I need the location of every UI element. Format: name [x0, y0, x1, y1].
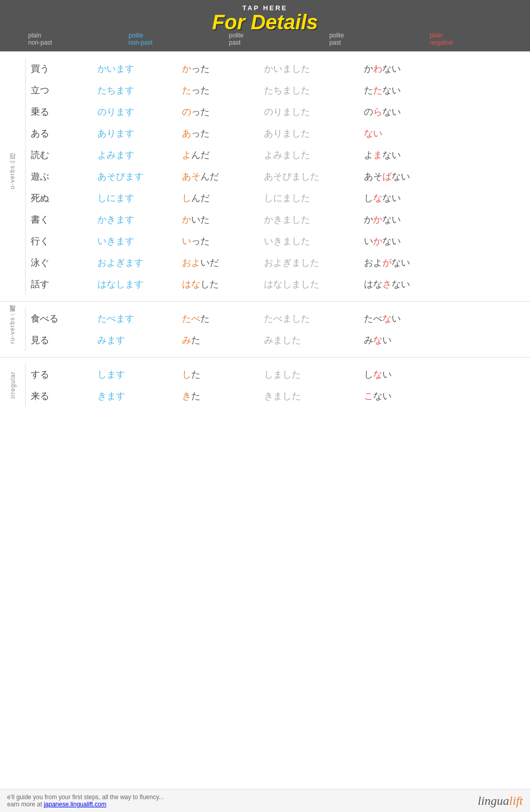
plain-past-form: たった [182, 84, 264, 96]
col-header-plain: plain non-past [28, 32, 129, 46]
polite-form: しにます [97, 192, 182, 204]
col-pp-label-bottom: past [229, 39, 330, 46]
table-row: 見る みます みた みました みない [26, 329, 530, 351]
plain-neg-form: こない [364, 390, 436, 402]
polite-past-form: はなしました [264, 278, 364, 290]
polite-past-form: いきました [264, 235, 364, 247]
section-ru-verbs: ru-verbs（五段） 食べる たべます たべた たべました たべない 見る … [0, 301, 530, 357]
ru-verbs-rows: 食べる たべます たべた たべました たべない 見る みます みた みました み… [26, 308, 530, 351]
table-row: 乗る のります のった のりました のらない [26, 101, 530, 123]
col-plain-label-bottom: non-past [28, 39, 129, 46]
polite-past-form: しにました [264, 192, 364, 204]
polite-form: はなします [97, 278, 182, 290]
footer-link[interactable]: japanese.lingualift.com [44, 801, 106, 808]
table-row: 食べる たべます たべた たべました たべない [26, 308, 530, 329]
polite-past-form: きました [264, 390, 364, 402]
col-polite-label-bottom: non-past [129, 39, 229, 46]
plain-past-form: しんだ [182, 192, 264, 204]
table-row: 死ぬ しにます しんだ しにました しなない [26, 187, 530, 209]
plain-past-form: きた [182, 390, 264, 402]
plain-form: 死ぬ [31, 192, 97, 204]
u-verbs-rows: 買う かいます かった かいました かわない 立つ たちます たった たちました… [26, 58, 530, 295]
plain-form: 食べる [31, 312, 97, 325]
plain-form: ある [31, 127, 97, 140]
plain-neg-form: みない [364, 334, 436, 346]
polite-past-form: のりました [264, 106, 364, 118]
plain-neg-form: かかない [364, 213, 436, 226]
table-row: 来る きます きた きました こない [26, 385, 530, 407]
plain-form: 書く [31, 213, 97, 226]
polite-form: よみます [97, 149, 182, 161]
table-row: 書く かきます かいた かきました かかない [26, 209, 530, 230]
plain-form: 見る [31, 334, 97, 346]
plain-past-form: のった [182, 106, 264, 118]
col-header-polite: polite non-past [129, 32, 229, 46]
plain-neg-form: いかない [364, 235, 436, 247]
plain-form: 乗る [31, 106, 97, 118]
plain-past-form: かった [182, 63, 264, 75]
plain-form: 読む [31, 149, 97, 161]
polite-form: いきます [97, 235, 182, 247]
plain-past-form: たべた [182, 312, 264, 325]
plain-past-form: およいだ [182, 256, 264, 269]
footer-line2: earn more at japanese.lingualift.com [7, 801, 164, 808]
plain-neg-form: たたない [364, 84, 436, 96]
plain-form: 買う [31, 63, 97, 75]
header: plain non-past polite non-past polite pa… [0, 0, 530, 51]
table-row: 話す はなします はなした はなしました はなさない [26, 273, 530, 295]
plain-form: 話す [31, 278, 97, 290]
polite-form: たちます [97, 84, 182, 96]
plain-neg-form: かわない [364, 63, 436, 75]
polite-past-form: しました [264, 368, 364, 381]
plain-neg-form: しなない [364, 192, 436, 204]
plain-neg-form: しない [364, 368, 436, 381]
section-ru-verbs-label: ru-verbs（五段） [8, 315, 17, 344]
plain-past-form: はなした [182, 278, 264, 290]
polite-past-form: たちました [264, 84, 364, 96]
plain-form: 遊ぶ [31, 170, 97, 183]
polite-form: みます [97, 334, 182, 346]
col-polite-past-label-top: polite [329, 32, 430, 39]
footer-line1: e'll guide you from your first steps, al… [7, 794, 164, 801]
table-row: ある あります あった ありました ない [26, 123, 530, 144]
plain-past-form: あそんだ [182, 170, 264, 183]
plain-neg-form: およがない [364, 256, 436, 269]
polite-form: します [97, 368, 182, 381]
col-header-polite-past: polite past [329, 32, 430, 46]
polite-past-form: たべました [264, 312, 364, 325]
plain-form: 行く [31, 235, 97, 247]
table-row: 遊ぶ あそびます あそんだ あそびました あそばない [26, 166, 530, 187]
polite-past-form: およぎました [264, 256, 364, 269]
section-ru-verbs-label-wrap: ru-verbs（五段） [0, 308, 26, 351]
col-neg-label-top: plain [430, 32, 530, 39]
section-irregular: irregular する します した しました しない 来る きます きた き… [0, 357, 530, 413]
plain-past-form: よんだ [182, 149, 264, 161]
polite-past-form: よみました [264, 149, 364, 161]
table-row: 立つ たちます たった たちました たたない [26, 80, 530, 101]
polite-past-form: かきました [264, 213, 364, 226]
plain-form: する [31, 368, 97, 381]
plain-past-form: いった [182, 235, 264, 247]
table-row: する します した しました しない [26, 364, 530, 385]
plain-past-form: かいた [182, 213, 264, 226]
polite-past-form: ありました [264, 127, 364, 140]
table-row: 買う かいます かった かいました かわない [26, 58, 530, 80]
polite-past-form: みました [264, 334, 364, 346]
polite-past-form: あそびました [264, 170, 364, 183]
plain-neg-form: あそばない [364, 170, 436, 183]
polite-form: たべます [97, 312, 182, 325]
table-row: 行く いきます いった いきました いかない [26, 230, 530, 252]
plain-past-form: みた [182, 334, 264, 346]
col-polite-label-top: polite [129, 32, 229, 39]
plain-form: 泳ぐ [31, 256, 97, 269]
footer: e'll guide you from your first steps, al… [0, 789, 530, 812]
plain-neg-form: のらない [364, 106, 436, 118]
section-irregular-label-wrap: irregular [0, 364, 26, 407]
col-header-plain-neg: plain negative [430, 32, 530, 46]
polite-form: あります [97, 127, 182, 140]
section-u-verbs: u-verbs（一段） 買う かいます かった かいました かわない 立つ たち… [0, 51, 530, 301]
col-polite-past-label-bottom: past [329, 39, 430, 46]
col-plain-label-top: plain [28, 32, 129, 39]
polite-form: かきます [97, 213, 182, 226]
polite-form: きます [97, 390, 182, 402]
